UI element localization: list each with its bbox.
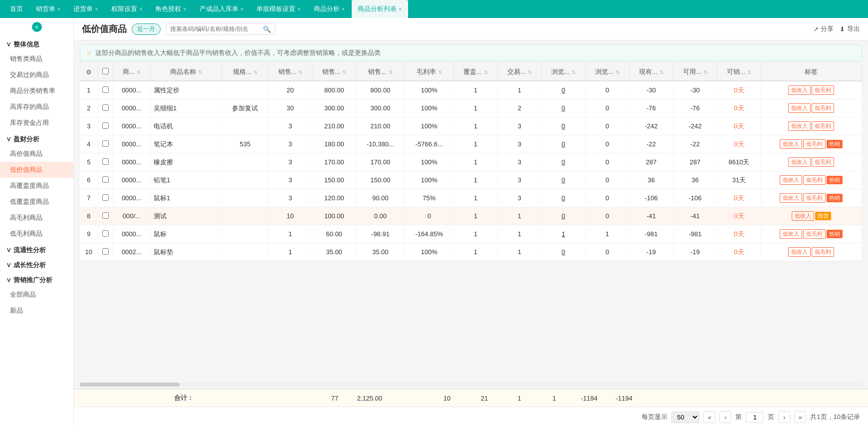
row-select-checkbox[interactable] <box>102 212 109 219</box>
row-browse1[interactable]: 0 <box>541 207 585 225</box>
search-icon[interactable]: 🔍 <box>263 25 271 33</box>
row-checkbox[interactable] <box>98 225 113 243</box>
sidebar-item-high-stock[interactable]: 高库存的商品 <box>0 99 73 115</box>
row-checkbox[interactable] <box>98 171 113 189</box>
browse-link[interactable]: 0 <box>562 122 565 130</box>
sidebar-item-high-value[interactable]: 高价值商品 <box>0 146 73 162</box>
th-sales3[interactable]: 销售... ⇅ <box>356 63 405 81</box>
nav-purchase-order[interactable]: 进货单 × <box>67 0 104 18</box>
th-settings[interactable]: ⚙ <box>80 63 98 81</box>
th-browse2[interactable]: 浏览... ⇅ <box>585 63 629 81</box>
th-available[interactable]: 可用... ⇅ <box>673 63 717 81</box>
nav-sales-order[interactable]: 销货单 × <box>30 0 66 18</box>
sidebar-item-low-value[interactable]: 低价值商品 <box>0 162 73 178</box>
nav-permissions[interactable]: 权限设置 × <box>105 0 148 18</box>
page-size-select[interactable]: 50 100 <box>671 412 699 423</box>
row-select-checkbox[interactable] <box>102 158 109 165</box>
th-coverage[interactable]: 覆盖... ⇅ <box>453 63 497 81</box>
next-page-btn[interactable]: › <box>778 411 790 423</box>
browse-link[interactable]: 0 <box>562 86 565 94</box>
row-select-checkbox[interactable] <box>102 176 109 183</box>
prev-page-btn[interactable]: ‹ <box>719 411 731 423</box>
page-number-input[interactable] <box>746 412 764 423</box>
sidebar-group-growth[interactable]: ∨ 成长性分析 <box>0 257 73 272</box>
browse-link[interactable]: 0 <box>562 176 565 184</box>
nav-close-permissions[interactable]: × <box>139 6 142 12</box>
sidebar-item-high-profit[interactable]: 高毛利商品 <box>0 210 73 226</box>
browse-link[interactable]: 0 <box>562 158 565 166</box>
row-checkbox[interactable] <box>98 153 113 171</box>
export-button[interactable]: ⬇ 导出 <box>840 24 860 33</box>
row-browse1[interactable]: 0 <box>541 99 585 117</box>
sidebar-item-low-profit[interactable]: 低毛利商品 <box>0 226 73 242</box>
sidebar-item-new-products[interactable]: 新品 <box>0 303 73 319</box>
th-code[interactable]: 商... ⇅ <box>113 63 151 81</box>
sidebar-group-overall[interactable]: ∨ 整体信息 <box>0 36 73 51</box>
th-current-stock[interactable]: 现有... ⇅ <box>629 63 673 81</box>
row-browse1[interactable]: 0 <box>541 171 585 189</box>
nav-close-product-analysis[interactable]: × <box>342 6 345 12</box>
browse-link[interactable]: 0 <box>562 104 565 112</box>
first-page-btn[interactable]: « <box>703 411 715 423</box>
nav-close-purchase-order[interactable]: × <box>95 6 98 12</box>
row-checkbox[interactable] <box>98 207 113 225</box>
nav-close-product-analysis-list[interactable]: × <box>399 6 402 12</box>
browse-link[interactable]: 0 <box>562 248 565 256</box>
select-all-checkbox[interactable] <box>102 68 109 74</box>
sidebar-item-high-coverage[interactable]: 高覆盖度商品 <box>0 178 73 194</box>
nav-close-product-storage[interactable]: × <box>240 6 243 12</box>
row-checkbox[interactable] <box>98 135 113 153</box>
th-transaction[interactable]: 交易... ⇅ <box>497 63 541 81</box>
th-tags[interactable]: 标签 <box>761 63 862 81</box>
row-browse1[interactable]: 0 <box>541 189 585 207</box>
sidebar-collapse-btn[interactable]: « <box>32 22 42 32</box>
row-select-checkbox[interactable] <box>102 248 109 255</box>
row-select-checkbox[interactable] <box>102 86 109 93</box>
browse-link[interactable]: 1 <box>562 230 565 238</box>
row-select-checkbox[interactable] <box>102 104 109 111</box>
nav-product-analysis[interactable]: 商品分析 × <box>308 0 351 18</box>
last-page-btn[interactable]: » <box>794 411 806 423</box>
th-sellable[interactable]: 可销... ⇅ <box>717 63 761 81</box>
th-browse1[interactable]: 浏览... ⇅ <box>541 63 585 81</box>
sidebar-item-category-sales[interactable]: 商品分类销售率 <box>0 83 73 99</box>
sidebar-group-circulation[interactable]: ∨ 流通性分析 <box>0 242 73 257</box>
share-button[interactable]: ↗ 分享 <box>813 24 834 33</box>
row-checkbox[interactable] <box>98 81 113 99</box>
row-checkbox[interactable] <box>98 243 113 261</box>
th-gross-rate[interactable]: 毛利率 ⇅ <box>405 63 453 81</box>
search-input[interactable] <box>170 25 260 32</box>
browse-link[interactable]: 0 <box>562 140 565 148</box>
th-sales1[interactable]: 销售... ⇅ <box>268 63 312 81</box>
row-select-checkbox[interactable] <box>102 140 109 147</box>
nav-product-storage[interactable]: 产成品入库单 × <box>194 0 249 18</box>
row-browse1[interactable]: 0 <box>541 81 585 99</box>
th-spec[interactable]: 规格... ⇅ <box>222 63 268 81</box>
row-checkbox[interactable] <box>98 99 113 117</box>
row-checkbox[interactable] <box>98 189 113 207</box>
th-checkbox[interactable] <box>98 63 113 81</box>
row-browse1[interactable]: 0 <box>541 135 585 153</box>
nav-product-analysis-list[interactable]: 商品分析列表 × <box>352 0 408 18</box>
row-select-checkbox[interactable] <box>102 122 109 129</box>
nav-template-settings[interactable]: 单据模板设置 × <box>250 0 306 18</box>
browse-link[interactable]: 0 <box>562 212 565 220</box>
sidebar-item-stock-capital[interactable]: 库存资金占用 <box>0 115 73 131</box>
nav-role-auth[interactable]: 角色授权 × <box>149 0 192 18</box>
row-browse1[interactable]: 0 <box>541 117 585 135</box>
row-select-checkbox[interactable] <box>102 230 109 237</box>
row-checkbox[interactable] <box>98 117 113 135</box>
row-browse1[interactable]: 0 <box>541 153 585 171</box>
filter-tag-month[interactable]: 近一月 <box>132 23 161 35</box>
row-browse1[interactable]: 0 <box>541 243 585 261</box>
horizontal-scrollbar[interactable] <box>80 383 862 387</box>
nav-close-sales-order[interactable]: × <box>57 6 60 12</box>
th-product-name[interactable]: 商品名称 ⇅ <box>151 63 222 81</box>
row-select-checkbox[interactable] <box>102 194 109 201</box>
nav-close-template-settings[interactable]: × <box>297 6 300 12</box>
nav-close-role-auth[interactable]: × <box>183 6 186 12</box>
nav-home[interactable]: 首页 <box>4 0 29 18</box>
sidebar-item-sales-products[interactable]: 销售类商品 <box>0 51 73 67</box>
browse-link[interactable]: 0 <box>562 194 565 202</box>
scrollbar-thumb[interactable] <box>80 383 180 387</box>
